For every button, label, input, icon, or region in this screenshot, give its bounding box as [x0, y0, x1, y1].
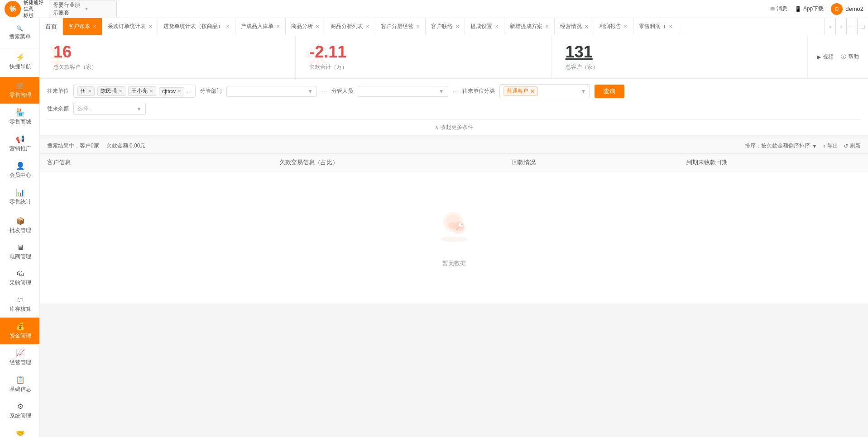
sidebar-item-ecommerce[interactable]: 🖥 电商管理: [0, 239, 39, 265]
question-icon: ⓘ: [841, 53, 846, 61]
tab-customer-contact[interactable]: 客户联络 ✕: [426, 18, 465, 35]
tab-minimize-btn[interactable]: —: [846, 18, 857, 35]
tab-close-customer-contact[interactable]: ✕: [456, 24, 459, 29]
sidebar-item-finance[interactable]: 💰 资金管理: [0, 318, 39, 344]
tab-goods-analysis[interactable]: 商品分析 ✕: [286, 18, 325, 35]
sidebar-item-batch[interactable]: 📦 批发管理: [0, 212, 39, 239]
manager-dropdown-arrow: ▼: [439, 88, 444, 95]
unit-tag-chen[interactable]: 陈民强 ✕: [97, 86, 125, 96]
tab-close-purchase-order[interactable]: ✕: [149, 24, 152, 29]
search-menu-btn[interactable]: 🔍 搜索菜单: [4, 23, 36, 43]
tab-close-new-raise[interactable]: ✕: [545, 24, 549, 29]
tab-customer-account[interactable]: 客户账本 ✕: [63, 18, 102, 35]
sidebar-item-enterprise[interactable]: 🤝 企业协同: [0, 424, 39, 437]
dept-filter-select[interactable]: ▼: [226, 86, 317, 97]
sidebar-item-quick-nav[interactable]: ⚡ 快捷导航: [0, 48, 39, 75]
tab-close-raise-settings[interactable]: ✕: [495, 24, 499, 29]
sidebar-item-operation[interactable]: 📈 经营管理: [0, 344, 39, 371]
table-header-repayment: 回款情况: [512, 158, 686, 166]
tabbar: 首页 客户账本 ✕ 采购订单统计表 ✕ 进货单统计表（按商品） ✕ 产成品入库单…: [40, 18, 868, 35]
unit-tag-wang[interactable]: 王小亮 ✕: [128, 86, 156, 96]
unit-tag-cjttcw-close[interactable]: ✕: [177, 89, 181, 94]
manager-filter-select[interactable]: ▼: [358, 86, 448, 97]
unit-filter-label: 往来单位: [47, 87, 69, 95]
tab-close-goods-analysis-list[interactable]: ✕: [366, 24, 369, 29]
app-download-btn[interactable]: 📱 App下载: [795, 5, 824, 13]
tab-profit-report[interactable]: 利润报告 ✕: [594, 18, 633, 35]
tab-production-entry[interactable]: 产成品入库单 ✕: [235, 18, 286, 35]
unit-tag-chen-close[interactable]: ✕: [119, 89, 122, 94]
marketing-icon: 📢: [16, 135, 25, 143]
unit-type-tag-close[interactable]: ✕: [530, 88, 535, 95]
quick-nav-icon: ⚡: [16, 53, 25, 62]
sidebar-item-retail-stats[interactable]: 📊 零售统计: [0, 184, 39, 210]
tab-home[interactable]: 首页: [40, 18, 63, 35]
unit-tag-wu-close[interactable]: ✕: [88, 89, 91, 94]
results-debt-amount: 欠款金额 0.00元: [106, 142, 146, 150]
help-btn[interactable]: ⓘ 帮助: [841, 53, 859, 61]
sort-select[interactable]: 排序：按欠款金额倒序排序 ▼: [745, 142, 817, 150]
tabbar-navigation: ‹ › — □: [825, 18, 868, 35]
stat-total-customers: 🏢 131 总客户（家）: [552, 35, 808, 78]
logo: 畅 畅捷通好生意 标版: [5, 0, 44, 19]
sidebar-item-system[interactable]: ⚙ 系统管理: [0, 398, 39, 424]
unit-type-select[interactable]: 普通客户 ✕ ▼: [499, 84, 590, 98]
tab-close-customer-account[interactable]: ✕: [93, 24, 96, 29]
account-selector[interactable]: 母婴行业演示账套 ▼: [49, 0, 117, 18]
dept-filter-dots[interactable]: ···: [321, 88, 327, 95]
export-icon: ↑: [823, 143, 825, 149]
tab-close-import-stats[interactable]: ✕: [226, 24, 230, 29]
sidebar-item-inventory[interactable]: 🗂 库存核算: [0, 291, 39, 318]
username: demo2: [845, 5, 863, 12]
tab-close-operation[interactable]: ✕: [585, 24, 588, 29]
balance-filter-input[interactable]: 选择... ▼: [73, 103, 146, 115]
tab-import-stats[interactable]: 进货单统计表（按商品） ✕: [158, 18, 235, 35]
tab-close-customer-tier[interactable]: ✕: [416, 24, 420, 29]
unit-tags-more[interactable]: ...: [187, 88, 192, 95]
tab-new-raise[interactable]: 新增提成方案 ✕: [504, 18, 555, 35]
tab-prev-btn[interactable]: ‹: [825, 18, 835, 35]
sidebar-item-retail-shop[interactable]: 🏪 零售商城: [0, 104, 39, 130]
manager-filter-dots[interactable]: ···: [453, 88, 458, 95]
export-btn[interactable]: ↑ 导出: [823, 142, 838, 150]
unit-type-tag-normal[interactable]: 普通客户 ✕: [504, 86, 538, 96]
sidebar-item-marketing[interactable]: 📢 营销推广: [0, 130, 39, 157]
tab-goods-analysis-list[interactable]: 商品分析列表 ✕: [325, 18, 375, 35]
tab-purchase-order[interactable]: 采购订单统计表 ✕: [102, 18, 158, 35]
unit-tag-wu[interactable]: 伍 ✕: [77, 86, 95, 96]
tab-raise-settings[interactable]: 提成设置 ✕: [465, 18, 504, 35]
collapse-filter-btn[interactable]: ∧ 收起更多条件: [47, 119, 861, 135]
tab-close-retail-profit[interactable]: ✕: [669, 24, 672, 29]
svg-point-6: [461, 223, 463, 225]
sidebar-item-retail[interactable]: 🛒 零售管理: [0, 77, 39, 104]
results-bar: 搜索结果中，客户0家 欠款金额 0.00元 排序：按欠款金额倒序排序 ▼ ↑ 导…: [40, 138, 868, 154]
tab-operation[interactable]: 经营情况 ✕: [555, 18, 594, 35]
video-help-btn[interactable]: ▶ 视频: [817, 53, 834, 61]
table-header-due-date: 到期未收款日期: [686, 158, 861, 166]
tab-maximize-btn[interactable]: □: [857, 18, 868, 35]
sidebar-item-basic-info[interactable]: 📋 基础信息: [0, 371, 39, 398]
tab-retail-profit[interactable]: 零售利润（ ✕: [633, 18, 678, 35]
sidebar-item-purchase[interactable]: 🛍 采购管理: [0, 265, 39, 291]
empty-illustration: [432, 208, 477, 250]
sort-arrow: ▼: [812, 143, 817, 149]
message-btn[interactable]: ✉ 消息: [770, 5, 787, 13]
shop-icon: 🏪: [16, 108, 25, 117]
tab-next-btn[interactable]: ›: [835, 18, 846, 35]
tab-customer-tier[interactable]: 客户分层经营 ✕: [375, 18, 426, 35]
user-profile[interactable]: D demo2: [831, 3, 863, 15]
query-button[interactable]: 查询: [595, 85, 624, 98]
tab-close-goods-analysis[interactable]: ✕: [316, 24, 319, 29]
unit-tag-cjttcw[interactable]: cjttcw ✕: [159, 87, 184, 95]
stats-bar: ¥ 16 总欠款客户（家） ❋ -2.11 欠款合计（万）: [40, 35, 868, 79]
tab-close-profit-report[interactable]: ✕: [624, 24, 628, 29]
unit-tag-wang-close[interactable]: ✕: [149, 89, 153, 94]
layout: 🔍 搜索菜单 ⚡ 快捷导航 🛒 零售管理 🏪 零售商城 📢 营销推广 👤 会员中…: [0, 18, 868, 437]
avatar: D: [831, 3, 843, 15]
sidebar: 🔍 搜索菜单 ⚡ 快捷导航 🛒 零售管理 🏪 零售商城 📢 营销推广 👤 会员中…: [0, 18, 40, 437]
ecommerce-icon: 🖥: [17, 243, 24, 252]
sidebar-item-member[interactable]: 👤 会员中心: [0, 157, 39, 184]
tab-close-production-entry[interactable]: ✕: [276, 24, 280, 29]
unit-filter-tags[interactable]: 伍 ✕ 陈民强 ✕ 王小亮 ✕ cjttcw ✕: [73, 85, 196, 98]
refresh-btn[interactable]: ↺ 刷新: [844, 142, 861, 150]
